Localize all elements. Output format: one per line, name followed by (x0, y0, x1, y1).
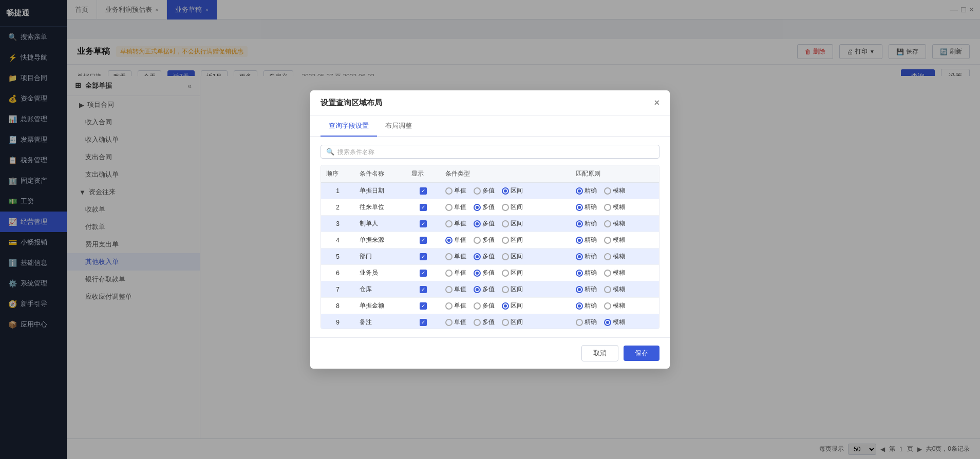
cell-type: 单值多值区间 (440, 314, 571, 330)
radio-circle (502, 319, 509, 326)
radio-type-区间[interactable]: 区间 (502, 301, 523, 310)
radio-type-多值[interactable]: 多值 (474, 269, 495, 277)
radio-label: 模糊 (613, 252, 625, 261)
radio-match-精确[interactable]: 精确 (576, 285, 597, 294)
col-match: 匹配原则 (571, 165, 659, 183)
radio-type-单值[interactable]: 单值 (445, 285, 466, 294)
radio-label: 精确 (585, 236, 597, 244)
cell-show[interactable]: ✓ (406, 216, 440, 232)
settings-table-container[interactable]: 顺序 条件名称 显示 条件类型 匹配原则 1单据日期✓单值多值区间精确模糊2往来… (321, 165, 659, 329)
cell-show[interactable]: ✓ (406, 314, 440, 330)
show-checkbox[interactable]: ✓ (420, 204, 427, 211)
cell-match: 精确模糊 (571, 232, 659, 248)
radio-match-模糊[interactable]: 模糊 (604, 252, 625, 261)
radio-type-单值[interactable]: 单值 (445, 301, 466, 310)
cell-show[interactable]: ✓ (406, 281, 440, 298)
radio-match-模糊[interactable]: 模糊 (604, 203, 625, 212)
radio-type-区间[interactable]: 区间 (502, 285, 523, 294)
radio-match-模糊[interactable]: 模糊 (604, 186, 625, 195)
radio-match-精确[interactable]: 精确 (576, 252, 597, 261)
col-show: 显示 (406, 165, 440, 183)
cell-type: 单值多值区间 (440, 183, 571, 199)
radio-type-多值[interactable]: 多值 (474, 301, 495, 310)
radio-circle (502, 253, 509, 260)
modal-footer: 取消 保存 (310, 337, 670, 369)
radio-type-单值[interactable]: 单值 (445, 236, 466, 244)
radio-label: 精确 (585, 203, 597, 212)
cell-name: 部门 (354, 248, 406, 265)
radio-match-模糊[interactable]: 模糊 (604, 318, 625, 327)
cancel-button[interactable]: 取消 (581, 345, 618, 361)
radio-match-精确[interactable]: 精确 (576, 203, 597, 212)
modal-tab-fields[interactable]: 查询字段设置 (321, 116, 377, 137)
radio-type-单值[interactable]: 单值 (445, 318, 466, 327)
radio-type-区间[interactable]: 区间 (502, 252, 523, 261)
show-checkbox[interactable]: ✓ (420, 319, 427, 326)
table-row: 1单据日期✓单值多值区间精确模糊 (321, 183, 659, 199)
show-checkbox[interactable]: ✓ (420, 237, 427, 244)
radio-match-精确[interactable]: 精确 (576, 269, 597, 277)
radio-type-区间[interactable]: 区间 (502, 318, 523, 327)
cell-name: 制单人 (354, 216, 406, 232)
radio-circle (474, 302, 481, 310)
radio-type-区间[interactable]: 区间 (502, 219, 523, 228)
radio-type-单值[interactable]: 单值 (445, 203, 466, 212)
radio-match-模糊[interactable]: 模糊 (604, 219, 625, 228)
show-checkbox[interactable]: ✓ (420, 302, 427, 310)
radio-type-单值[interactable]: 单值 (445, 269, 466, 277)
show-checkbox[interactable]: ✓ (420, 187, 427, 195)
show-checkbox[interactable]: ✓ (420, 220, 427, 227)
radio-type-多值[interactable]: 多值 (474, 186, 495, 195)
cell-order: 5 (321, 248, 354, 265)
radio-match-精确[interactable]: 精确 (576, 236, 597, 244)
cell-type: 单值多值区间 (440, 216, 571, 232)
radio-circle (502, 220, 509, 227)
radio-label: 区间 (511, 203, 523, 212)
cell-show[interactable]: ✓ (406, 248, 440, 265)
table-row: 5部门✓单值多值区间精确模糊 (321, 248, 659, 265)
radio-match-精确[interactable]: 精确 (576, 318, 597, 327)
cell-show[interactable]: ✓ (406, 199, 440, 216)
modal-tab-layout[interactable]: 布局调整 (377, 116, 420, 137)
radio-label: 多值 (482, 252, 495, 261)
radio-type-区间[interactable]: 区间 (502, 186, 523, 195)
radio-match-模糊[interactable]: 模糊 (604, 269, 625, 277)
radio-circle (445, 319, 453, 326)
show-checkbox[interactable]: ✓ (420, 253, 427, 260)
radio-type-多值[interactable]: 多值 (474, 285, 495, 294)
modal-search-input[interactable] (337, 148, 654, 156)
radio-type-多值[interactable]: 多值 (474, 318, 495, 327)
radio-type-多值[interactable]: 多值 (474, 252, 495, 261)
cell-match: 精确模糊 (571, 281, 659, 298)
cell-type: 单值多值区间 (440, 281, 571, 298)
cell-order: 2 (321, 199, 354, 216)
cell-show[interactable]: ✓ (406, 232, 440, 248)
radio-circle (474, 187, 481, 195)
radio-type-区间[interactable]: 区间 (502, 236, 523, 244)
radio-type-区间[interactable]: 区间 (502, 203, 523, 212)
modal-close-button[interactable]: × (654, 98, 659, 108)
cell-show[interactable]: ✓ (406, 298, 440, 314)
radio-match-精确[interactable]: 精确 (576, 301, 597, 310)
radio-type-单值[interactable]: 单值 (445, 252, 466, 261)
modal-tabs: 查询字段设置 布局调整 (310, 116, 670, 137)
cell-show[interactable]: ✓ (406, 265, 440, 281)
radio-match-模糊[interactable]: 模糊 (604, 236, 625, 244)
cell-show[interactable]: ✓ (406, 183, 440, 199)
show-checkbox[interactable]: ✓ (420, 286, 427, 293)
radio-type-单值[interactable]: 单值 (445, 186, 466, 195)
radio-type-多值[interactable]: 多值 (474, 219, 495, 228)
radio-match-模糊[interactable]: 模糊 (604, 285, 625, 294)
modal-overlay[interactable]: 设置查询区域布局 × 查询字段设置 布局调整 🔍 顺序 条件 (0, 0, 980, 459)
save-modal-button[interactable]: 保存 (624, 346, 659, 361)
radio-match-精确[interactable]: 精确 (576, 219, 597, 228)
radio-type-多值[interactable]: 多值 (474, 236, 495, 244)
radio-match-精确[interactable]: 精确 (576, 186, 597, 195)
radio-label: 区间 (511, 285, 523, 294)
show-checkbox[interactable]: ✓ (420, 270, 427, 277)
radio-type-区间[interactable]: 区间 (502, 269, 523, 277)
radio-type-多值[interactable]: 多值 (474, 203, 495, 212)
cell-name: 单据来源 (354, 232, 406, 248)
radio-match-模糊[interactable]: 模糊 (604, 301, 625, 310)
radio-type-单值[interactable]: 单值 (445, 219, 466, 228)
